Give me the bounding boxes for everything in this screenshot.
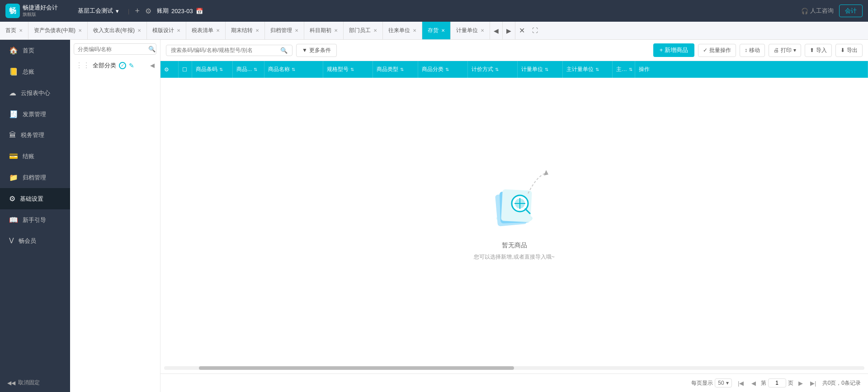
- headset-icon: 🎧: [801, 8, 808, 14]
- sidebar-item-checkout[interactable]: 💳 结账: [0, 146, 70, 167]
- filter-label: 更多条件: [309, 47, 331, 54]
- th-label: 商品条码: [196, 66, 217, 73]
- tab-prev-button[interactable]: ◀: [490, 22, 503, 40]
- tab-unit[interactable]: 计量单位 ✕: [451, 22, 490, 40]
- sort-icon: ⇅: [595, 67, 599, 72]
- settings-icon[interactable]: ⚙: [145, 7, 151, 15]
- tab-close-icon[interactable]: ✕: [441, 28, 445, 33]
- tab-close-all-button[interactable]: ✕: [515, 22, 528, 40]
- tab-label: 收入支出表(年报): [93, 27, 135, 34]
- main-search-input[interactable]: [171, 47, 278, 53]
- category-edit-icon[interactable]: ✎: [129, 62, 134, 69]
- tab-subject-init[interactable]: 科目期初 ✕: [304, 22, 344, 40]
- move-button[interactable]: ↕ 移动: [740, 44, 765, 57]
- tab-close-icon[interactable]: ✕: [334, 28, 338, 33]
- tab-label: 期末结转: [231, 27, 253, 34]
- tab-income-statement[interactable]: 收入支出表(年报) ✕: [88, 22, 147, 40]
- tab-label: 模版设计: [152, 27, 174, 34]
- tab-close-icon[interactable]: ✕: [413, 28, 416, 33]
- calendar-icon[interactable]: 📅: [196, 8, 203, 14]
- page-size-select-box[interactable]: 50 ▾: [715, 378, 731, 387]
- export-button[interactable]: ⬇ 导出: [835, 44, 863, 57]
- tab-partner[interactable]: 往来单位 ✕: [383, 22, 422, 40]
- tab-template[interactable]: 模版设计 ✕: [147, 22, 186, 40]
- sidebar-item-label: 发票管理: [23, 110, 46, 118]
- unpin-button[interactable]: ◀◀ 取消固定: [0, 373, 70, 392]
- page-prev-button[interactable]: ◀: [748, 378, 759, 388]
- th-price-method[interactable]: 计价方式 ⇅: [468, 61, 518, 78]
- batch-operation-button[interactable]: ✓ 批量操作: [698, 44, 736, 57]
- company-selector[interactable]: 基层工会测试 ▾: [74, 5, 123, 17]
- print-button[interactable]: 🖨 打印 ▾: [769, 44, 801, 57]
- th-main-unit[interactable]: 主计量单位 ⇅: [563, 61, 613, 78]
- category-search-input[interactable]: [78, 46, 146, 52]
- tab-label: 往来单位: [388, 27, 410, 34]
- tab-close-icon[interactable]: ✕: [373, 28, 377, 33]
- page-next-button[interactable]: ▶: [795, 378, 806, 388]
- add-company-button[interactable]: +: [135, 6, 140, 16]
- tab-inventory[interactable]: 存货 ✕: [422, 22, 451, 40]
- th-main-abbr[interactable]: 主… ⇅: [613, 61, 635, 78]
- th-barcode[interactable]: 商品条码 ⇅: [192, 61, 233, 78]
- filter-button[interactable]: ▼ 更多条件: [296, 44, 337, 57]
- period-label: 账期: [157, 7, 169, 15]
- sidebar-item-invoice[interactable]: 🧾 发票管理: [0, 104, 70, 125]
- main-search-box[interactable]: 🔍: [166, 45, 292, 56]
- tab-close-icon[interactable]: ✕: [19, 28, 23, 33]
- filter-icon: ▼: [302, 47, 307, 53]
- import-button[interactable]: ⬆ 导入: [805, 44, 832, 57]
- tab-homepage[interactable]: 首页 ✕: [0, 22, 28, 40]
- th-name[interactable]: 商品名称 ⇅: [264, 61, 323, 78]
- th-type[interactable]: 商品类型 ⇅: [373, 61, 418, 78]
- scroll-thumb[interactable]: [199, 366, 514, 370]
- total-records: 共0页，0条记录: [822, 379, 861, 387]
- th-label: 操作: [639, 66, 650, 73]
- th-action: 操作: [635, 61, 868, 78]
- unpin-icon: ◀◀: [7, 380, 15, 386]
- th-category[interactable]: 商品分类 ⇅: [418, 61, 468, 78]
- tab-close-icon[interactable]: ✕: [255, 28, 259, 33]
- th-unit[interactable]: 计量单位 ⇅: [518, 61, 563, 78]
- print-dropdown-icon: ▾: [793, 47, 796, 53]
- tab-close-icon[interactable]: ✕: [481, 28, 484, 33]
- sidebar-item-reports[interactable]: ☁ 云报表中心: [0, 82, 70, 104]
- th-label: 商品类型: [377, 66, 398, 73]
- tab-balance-sheet[interactable]: 资产负债表(中期) ✕: [28, 22, 88, 40]
- sidebar-item-tax[interactable]: 🏛 税务管理: [0, 125, 70, 146]
- tab-close-icon[interactable]: ✕: [177, 28, 180, 33]
- tab-close-icon[interactable]: ✕: [137, 28, 141, 33]
- th-spec[interactable]: 规格型号 ⇅: [323, 61, 373, 78]
- add-product-button[interactable]: + 新增商品: [653, 43, 694, 57]
- collapse-icon[interactable]: ◀: [150, 62, 155, 69]
- logo-icon: 畅: [5, 4, 20, 18]
- sidebar-item-ledger[interactable]: 📒 总账: [0, 61, 70, 82]
- tab-next-button[interactable]: ▶: [503, 22, 515, 40]
- horizontal-scrollbar[interactable]: [160, 363, 868, 373]
- consult-button[interactable]: 🎧 人工咨询: [801, 7, 834, 15]
- category-search-box[interactable]: 🔍: [74, 43, 156, 55]
- tab-label: 存货: [428, 27, 439, 34]
- sidebar-item-archive[interactable]: 📁 归档管理: [0, 167, 70, 188]
- tab-tax-list[interactable]: 税表清单 ✕: [186, 22, 226, 40]
- sort-icon: ⇅: [445, 67, 449, 72]
- tab-close-icon[interactable]: ✕: [78, 28, 82, 33]
- sidebar-item-guide[interactable]: 📖 新手引导: [0, 209, 70, 231]
- page-first-button[interactable]: |◀: [736, 378, 746, 388]
- tab-period-transfer[interactable]: 期末结转 ✕: [226, 22, 265, 40]
- page-last-button[interactable]: ▶|: [808, 378, 819, 388]
- account-button[interactable]: 会计: [839, 5, 863, 17]
- tab-close-icon[interactable]: ✕: [295, 28, 298, 33]
- tab-archive[interactable]: 归档管理 ✕: [265, 22, 304, 40]
- th-code[interactable]: 商品... ⇅: [233, 61, 264, 78]
- page-number-input[interactable]: [768, 378, 786, 387]
- tab-expand-button[interactable]: ⛶: [528, 22, 542, 40]
- tab-department[interactable]: 部门员工 ✕: [344, 22, 383, 40]
- th-checkbox[interactable]: ☐: [179, 61, 192, 78]
- sidebar-item-home[interactable]: 🏠 首页: [0, 40, 70, 61]
- th-settings[interactable]: ⚙: [160, 61, 179, 78]
- sidebar-item-member[interactable]: V 畅会员: [0, 231, 70, 251]
- sidebar-item-settings[interactable]: ⚙ 基础设置: [0, 188, 70, 209]
- member-icon: V: [9, 237, 14, 245]
- tab-close-icon[interactable]: ✕: [216, 28, 220, 33]
- grid-icon: ⋮⋮: [75, 61, 90, 70]
